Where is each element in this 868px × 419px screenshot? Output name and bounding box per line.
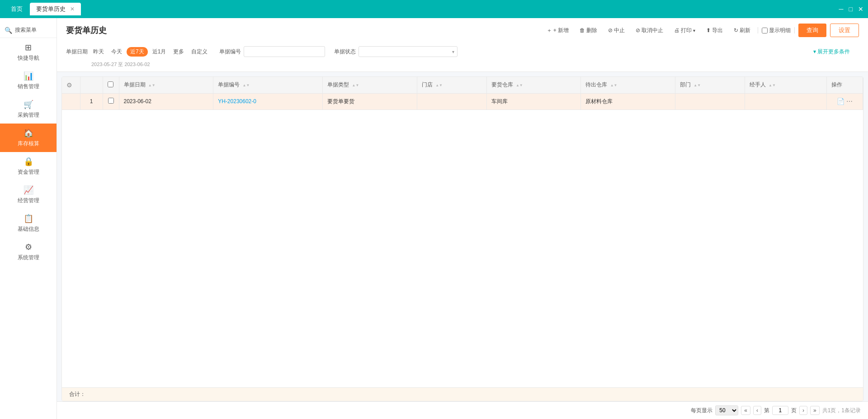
sidebar-item-system[interactable]: ⚙ 系统管理 <box>0 238 57 266</box>
sidebar-item-finance[interactable]: 🔒 资金管理 <box>0 152 57 181</box>
order-no-input[interactable] <box>244 46 325 57</box>
tab-order-history[interactable]: 要货单历史 ✕ <box>30 3 81 15</box>
cell-order-no: YH-20230602-0 <box>213 93 323 110</box>
cell-req-warehouse: 车间库 <box>486 93 581 110</box>
sort-dept-icon[interactable]: ▲▼ <box>693 83 701 87</box>
sidebar: 🔍 搜索菜单 ⊞ 快捷导航 📊 销售管理 🛒 采购管理 🏠 库存核算 🔒 资金管… <box>0 18 57 419</box>
date-filter-group: 单据日期 昨天 今天 近7天 近1月 更多 自定义 <box>66 47 210 57</box>
pagination-bar: 每页显示 50 10 20 100 « ‹ 第 页 › » 共1页，1条记录 <box>57 401 868 419</box>
status-input[interactable] <box>359 47 449 57</box>
print-button[interactable]: 🖨 打印 ▾ <box>670 25 699 36</box>
display-detail-checkbox[interactable] <box>762 28 768 33</box>
col-pending-warehouse: 待出仓库 ▲▼ <box>581 77 675 93</box>
sidebar-item-inventory[interactable]: 🏠 库存核算 <box>0 124 57 152</box>
date-range-display: 2023-05-27 至 2023-06-02 <box>66 61 859 71</box>
window-controls: ─ □ ✕ <box>839 5 863 13</box>
date-btn-more[interactable]: 更多 <box>170 47 187 57</box>
total-label: 合计： <box>69 391 85 397</box>
prev-page-btn[interactable]: ‹ <box>753 406 761 415</box>
sidebar-item-sales[interactable]: 📊 销售管理 <box>0 67 57 95</box>
print-dropdown-icon: ▾ <box>693 28 695 33</box>
sidebar-search-label: 搜索菜单 <box>15 26 37 34</box>
col-check <box>103 77 119 93</box>
col-settings: ⚙ <box>62 77 80 93</box>
date-btn-yesterday[interactable]: 昨天 <box>90 47 107 57</box>
print-icon: 🖨 <box>674 27 679 33</box>
stop-icon: ⊘ <box>608 27 613 33</box>
new-button[interactable]: ＋ + 新增 <box>543 25 572 36</box>
select-all-checkbox[interactable] <box>108 81 113 87</box>
sort-store-icon[interactable]: ▲▼ <box>435 83 443 87</box>
cell-settings <box>62 93 80 110</box>
content-area: 要货单历史 ＋ + 新增 🗑 删除 ⊘ 中止 ⊘ <box>57 18 868 419</box>
sort-req-warehouse-icon[interactable]: ▲▼ <box>516 83 523 87</box>
date-btn-7days[interactable]: 近7天 <box>127 47 148 57</box>
row-checkbox[interactable] <box>108 98 114 104</box>
new-icon: ＋ <box>547 27 552 34</box>
display-detail-button[interactable]: 显示明细 <box>762 27 791 34</box>
sidebar-item-label: 经营管理 <box>18 197 39 205</box>
query-button[interactable]: 查询 <box>798 24 826 37</box>
sort-pending-warehouse-icon[interactable]: ▲▼ <box>610 83 618 87</box>
quick-nav-icon: ⊞ <box>25 43 32 52</box>
page-title-bar: 要货单历史 ＋ + 新增 🗑 删除 ⊘ 中止 ⊘ <box>66 24 859 37</box>
tab-home[interactable]: 首页 <box>5 3 29 15</box>
order-no-link[interactable]: YH-20230602-0 <box>218 98 256 105</box>
edit-action-icon[interactable]: 📄 <box>837 98 844 105</box>
date-btn-today[interactable]: 今天 <box>108 47 125 57</box>
col-req-warehouse: 要货仓库 ▲▼ <box>486 77 581 93</box>
status-dropdown-icon[interactable]: ▾ <box>449 49 457 54</box>
page-size-select[interactable]: 50 10 20 100 <box>715 405 738 415</box>
table-settings-icon[interactable]: ⚙ <box>66 81 72 89</box>
delete-button[interactable]: 🗑 删除 <box>576 25 601 36</box>
status-filter-group: 单据状态 ▾ <box>334 46 458 57</box>
table-row: 1 2023-06-02 YH-20230602-0 要货单要货 <box>62 93 863 110</box>
page-number-input[interactable] <box>772 406 788 415</box>
sidebar-item-operations[interactable]: 📈 经营管理 <box>0 181 57 209</box>
order-no-filter-group: 单据编号 <box>219 46 325 57</box>
col-handler: 经手人 ▲▼ <box>745 77 826 93</box>
cell-date: 2023-06-02 <box>119 93 213 110</box>
tab-close-icon[interactable]: ✕ <box>70 6 75 12</box>
cell-num: 1 <box>80 93 103 110</box>
sort-order-no-icon[interactable]: ▲▼ <box>243 83 250 87</box>
expand-more-btn[interactable]: ▾ 展开更多条件 <box>813 48 859 56</box>
main-layout: 🔍 搜索菜单 ⊞ 快捷导航 📊 销售管理 🛒 采购管理 🏠 库存核算 🔒 资金管… <box>0 18 868 419</box>
data-table: ⚙ 单据日期 ▲▼ 单据编号 ▲▼ <box>62 77 863 110</box>
date-btn-custom[interactable]: 自定义 <box>189 47 210 57</box>
page-label: 第 <box>764 407 769 414</box>
more-action-icon[interactable]: ⋯ <box>846 98 853 105</box>
cell-dept <box>675 93 745 110</box>
next-page-btn[interactable]: › <box>799 406 807 415</box>
sidebar-item-basic-info[interactable]: 📋 基础信息 <box>0 209 57 238</box>
sidebar-item-purchase[interactable]: 🛒 采购管理 <box>0 95 57 124</box>
last-page-btn[interactable]: » <box>810 406 820 415</box>
minimize-btn[interactable]: ─ <box>839 5 844 13</box>
sort-date-icon[interactable]: ▲▼ <box>148 83 156 87</box>
close-btn[interactable]: ✕ <box>858 5 863 13</box>
table-empty-space <box>62 110 863 388</box>
table-area: ⚙ 单据日期 ▲▼ 单据编号 ▲▼ <box>61 76 863 401</box>
total-info: 共1页，1条记录 <box>822 407 861 414</box>
status-label: 单据状态 <box>334 48 356 56</box>
first-page-btn[interactable]: « <box>741 406 750 415</box>
refresh-icon: ↻ <box>734 27 738 33</box>
refresh-button[interactable]: ↻ 刷新 <box>730 25 754 36</box>
search-icon: 🔍 <box>5 27 12 34</box>
sidebar-item-label: 采购管理 <box>18 111 39 119</box>
sort-handler-icon[interactable]: ▲▼ <box>769 83 776 87</box>
export-button[interactable]: ⬆ 导出 <box>703 25 726 36</box>
table-body: 1 2023-06-02 YH-20230602-0 要货单要货 <box>62 93 863 110</box>
action-icons: 📄 ⋯ <box>831 98 858 105</box>
sidebar-search[interactable]: 🔍 搜索菜单 <box>0 23 57 38</box>
maximize-btn[interactable]: □ <box>849 5 853 13</box>
settings-button[interactable]: 设置 <box>830 24 859 37</box>
date-btn-1month[interactable]: 近1月 <box>150 47 169 57</box>
cancel-stop-button[interactable]: ⊘ 取消中止 <box>632 25 667 36</box>
col-order-no: 单据编号 ▲▼ <box>213 77 323 93</box>
inventory-icon: 🏠 <box>24 128 33 138</box>
stop-button[interactable]: ⊘ 中止 <box>604 25 628 36</box>
sort-type-icon[interactable]: ▲▼ <box>352 83 359 87</box>
sidebar-item-quick-nav[interactable]: ⊞ 快捷导航 <box>0 38 57 67</box>
cell-action: 📄 ⋯ <box>827 93 863 110</box>
